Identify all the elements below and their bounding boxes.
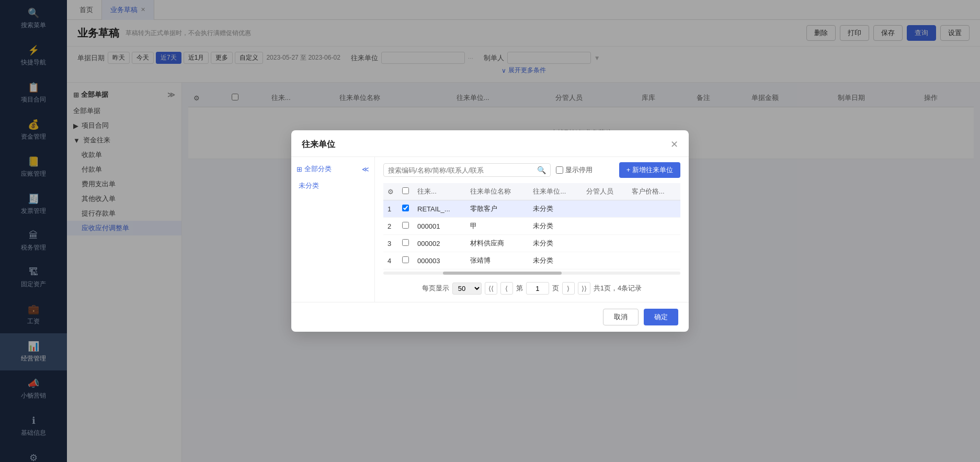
table-row[interactable]: 2 000001 甲 未分类: [383, 218, 680, 235]
dialog-category-unclassified[interactable]: 未分类: [291, 178, 374, 194]
row-manager: [582, 218, 628, 235]
per-page-select[interactable]: 50 20 100: [452, 283, 482, 295]
per-page-label: 每页显示: [422, 284, 449, 293]
dlg-th-category: 往来单位...: [529, 183, 582, 200]
dialog-overlay[interactable]: 往来单位 ✕ ⊞ 全部分类 ≪ 未分类: [0, 0, 980, 462]
row-name: 零散客户: [466, 200, 529, 218]
row-name: 甲: [466, 218, 529, 235]
row-price: [628, 218, 680, 235]
dialog-footer: 取消 确定: [291, 302, 689, 332]
dialog-header: 往来单位 ✕: [291, 130, 689, 157]
row-code: 000002: [413, 235, 466, 252]
page-label-pre: 第: [516, 284, 523, 293]
search-input[interactable]: [388, 166, 534, 174]
next-page-button[interactable]: ⟩: [562, 282, 575, 295]
dialog-toolbar: 🔍 显示停用 + 新增往来单位: [383, 162, 680, 178]
show-disabled-checkbox[interactable]: [556, 166, 563, 174]
row-settings: 1: [383, 200, 398, 218]
prev-page-button[interactable]: ⟨: [500, 282, 513, 295]
row-category: 未分类: [529, 252, 582, 269]
total-label: 共1页，4条记录: [594, 284, 642, 293]
row-checkbox[interactable]: [398, 200, 413, 218]
grid-icon-small: ⊞: [297, 165, 302, 173]
row-select-checkbox[interactable]: [402, 239, 409, 246]
last-page-button[interactable]: ⟩⟩: [578, 282, 590, 295]
row-name: 张靖博: [466, 252, 529, 269]
row-manager: [582, 200, 628, 218]
dialog-table-panel: 🔍 显示停用 + 新增往来单位 ⚙: [375, 157, 689, 302]
collapse-dialog-icon[interactable]: ≪: [362, 165, 369, 173]
row-select-checkbox[interactable]: [402, 256, 409, 263]
row-settings: 3: [383, 235, 398, 252]
page-label-post: 页: [552, 284, 559, 293]
add-partner-button[interactable]: + 新增往来单位: [619, 162, 680, 178]
all-categories-label: 全部分类: [304, 164, 332, 174]
dlg-th-name: 往来单位名称: [466, 183, 529, 200]
dlg-select-all[interactable]: [402, 187, 409, 194]
dialog-close-button[interactable]: ✕: [670, 139, 678, 150]
pagination: 每页显示 50 20 100 ⟨⟨ ⟨ 第 页 ⟩ ⟩⟩ 共1页，4条记录: [383, 277, 680, 297]
row-manager: [582, 235, 628, 252]
row-code: RETAIL_...: [413, 200, 466, 218]
table-row[interactable]: 1 RETAIL_... 零散客户 未分类: [383, 200, 680, 218]
row-category: 未分类: [529, 235, 582, 252]
first-page-button[interactable]: ⟨⟨: [485, 282, 497, 295]
row-code: 000003: [413, 252, 466, 269]
table-row[interactable]: 4 000003 张靖博 未分类: [383, 252, 680, 269]
row-price: [628, 235, 680, 252]
row-settings: 4: [383, 252, 398, 269]
confirm-button[interactable]: 确定: [644, 309, 678, 325]
row-manager: [582, 252, 628, 269]
row-select-checkbox[interactable]: [402, 205, 409, 211]
row-settings: 2: [383, 218, 398, 235]
dialog-body: ⊞ 全部分类 ≪ 未分类 🔍: [291, 157, 689, 302]
dialog-partner-table: ⚙ 往来... 往来单位名称 往来单位... 分管人员 客户价格...: [383, 183, 680, 269]
cancel-button[interactable]: 取消: [603, 309, 639, 325]
row-name: 材料供应商: [466, 235, 529, 252]
row-checkbox[interactable]: [398, 235, 413, 252]
dlg-th-code: 往来...: [413, 183, 466, 200]
search-icon: 🔍: [537, 166, 546, 174]
row-select-checkbox[interactable]: [402, 222, 409, 229]
row-checkbox[interactable]: [398, 218, 413, 235]
dlg-th-settings[interactable]: ⚙: [383, 183, 398, 200]
row-price: [628, 252, 680, 269]
row-price: [628, 200, 680, 218]
dialog-title: 往来单位: [302, 139, 335, 150]
dlg-th-checkbox[interactable]: [398, 183, 413, 200]
row-checkbox[interactable]: [398, 252, 413, 269]
dialog-category-panel: ⊞ 全部分类 ≪ 未分类: [291, 157, 375, 302]
show-disabled-label: 显示停用: [556, 165, 592, 175]
dlg-th-manager: 分管人员: [582, 183, 628, 200]
table-row[interactable]: 3 000002 材料供应商 未分类: [383, 235, 680, 252]
scroll-thumb: [443, 272, 562, 275]
row-category: 未分类: [529, 218, 582, 235]
row-code: 000001: [413, 218, 466, 235]
horizontal-scrollbar[interactable]: [383, 272, 680, 275]
dialog-table-container: ⚙ 往来... 往来单位名称 往来单位... 分管人员 客户价格...: [383, 183, 680, 269]
row-category: 未分类: [529, 200, 582, 218]
dlg-th-price: 客户价格...: [628, 183, 680, 200]
page-input[interactable]: [526, 282, 549, 295]
search-box: 🔍: [383, 163, 551, 177]
partner-dialog: 往来单位 ✕ ⊞ 全部分类 ≪ 未分类: [291, 130, 689, 332]
dialog-category-header: ⊞ 全部分类 ≪: [291, 162, 374, 178]
